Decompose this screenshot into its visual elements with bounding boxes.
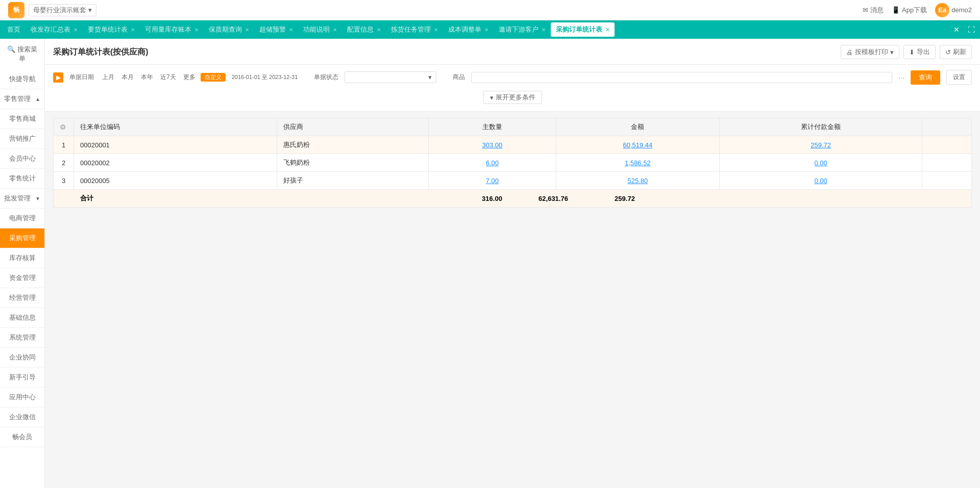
shortcut-last-month[interactable]: 上月	[100, 72, 116, 82]
sidebar-item-changhui[interactable]: 畅会员	[0, 427, 44, 447]
breadcrumb-selector[interactable]: 母婴行业演示账套 ▾	[29, 4, 96, 16]
tab-jianhuo-close-icon[interactable]: ✕	[434, 27, 438, 33]
page-header: 采购订单统计表(按供应商) 🖨 按模板打印 ▾ ⬇ 导出 ↺ 刷新	[45, 39, 980, 65]
tab-gongneng-close-icon[interactable]: ✕	[333, 27, 337, 33]
tab-chaochu[interactable]: 超储预警 ✕	[254, 22, 298, 37]
export-button[interactable]: ⬇ 导出	[903, 45, 936, 59]
tab-yaohuo[interactable]: 要货单统计表 ✕	[83, 22, 140, 37]
tab-yaoqing[interactable]: 邀请下游客户 ✕	[494, 22, 551, 37]
tab-caigou-close-icon[interactable]: ✕	[605, 27, 609, 33]
sidebar-search-label: 搜索菜单	[17, 45, 37, 62]
tab-chengben[interactable]: 成本调整单 ✕	[443, 22, 494, 37]
username-label: demo2	[951, 6, 972, 14]
message-button[interactable]: ✉ 消息	[863, 6, 884, 15]
logo-area: 畅	[8, 2, 24, 18]
tab-bar: 首页 收发存汇总表 ✕ 要货单统计表 ✕ 可用量库存账本 ✕ 保质期查询 ✕ 超…	[0, 20, 980, 39]
table-row[interactable]: 3 00020005 好孩子 7.00 525.80 0.00	[54, 172, 972, 190]
sidebar-item-jichu[interactable]: 基础信息	[0, 308, 44, 328]
sidebar-item-xinshou[interactable]: 新手引导	[0, 368, 44, 388]
sidebar-item-xinshou-label: 新手引导	[9, 373, 36, 382]
cell-supplier: 好孩子	[277, 172, 428, 190]
app-icon: 📱	[892, 6, 900, 14]
page-title: 采购订单统计表(按供应商)	[53, 47, 149, 58]
sidebar-item-lingshouguan[interactable]: 零售管理 ▲	[0, 89, 44, 109]
tab-caigou-active[interactable]: 采购订单统计表 ✕	[551, 22, 615, 37]
sidebar-item-lingshoutj[interactable]: 零售统计	[0, 169, 44, 189]
tab-peizhi[interactable]: 配置信息 ✕	[342, 22, 386, 37]
export-label: 导出	[917, 47, 930, 57]
tab-peizhi-close-icon[interactable]: ✕	[377, 27, 381, 33]
sidebar-quick-nav-label: 快捷导航	[9, 74, 36, 84]
tab-home[interactable]: 首页	[2, 22, 26, 37]
sidebar-item-changhui-label: 畅会员	[12, 432, 32, 442]
template-print-label: 按模板打印	[855, 47, 888, 57]
tab-chaochu-close-icon[interactable]: ✕	[289, 27, 293, 33]
tab-keyongliang[interactable]: 可用量库存账本 ✕	[140, 22, 204, 37]
expand-more-button[interactable]: ▾ 展开更多条件	[483, 91, 542, 104]
goods-more-icon[interactable]: ···	[898, 73, 904, 82]
tab-keyongliang-close-icon[interactable]: ✕	[194, 27, 199, 33]
sidebar-item-lingshoucheng-label: 零售商城	[9, 114, 36, 123]
print-icon: 🖨	[846, 48, 853, 56]
tab-jianhuo[interactable]: 拣货任务管理 ✕	[386, 22, 443, 37]
shortcut-more[interactable]: 更多	[181, 72, 198, 82]
refresh-button[interactable]: ↺ 刷新	[940, 45, 972, 59]
user-menu[interactable]: Ea demo2	[935, 3, 972, 17]
message-label: 消息	[870, 6, 884, 15]
sidebar-item-qiye[interactable]: 企业协同	[0, 348, 44, 368]
sidebar-item-xitong[interactable]: 系统管理	[0, 328, 44, 348]
sidebar-item-yingxiao[interactable]: 营销推广	[0, 129, 44, 149]
goods-filter-label: 商品	[453, 73, 465, 82]
query-button[interactable]: 查询	[911, 70, 940, 85]
shortcut-this-month[interactable]: 本月	[119, 72, 136, 82]
tab-shoufacun[interactable]: 收发存汇总表 ✕	[26, 22, 83, 37]
settings-button[interactable]: 设置	[946, 70, 972, 85]
shortcut-this-year[interactable]: 本年	[139, 72, 155, 82]
tab-baozhi[interactable]: 保质期查询 ✕	[204, 22, 254, 37]
custom-date-tag[interactable]: 自定义	[201, 73, 226, 82]
table-row[interactable]: 2 00020002 飞鹤奶粉 6.00 1,586.52 0.00	[54, 154, 972, 172]
tab-peizhi-label: 配置信息	[347, 25, 374, 34]
tab-yaoqing-close-icon[interactable]: ✕	[542, 27, 546, 33]
tab-restore-icon[interactable]: ⛶	[965, 24, 978, 35]
sidebar-item-weixin[interactable]: 企业微信	[0, 407, 44, 427]
sidebar-item-huiyuan-label: 会员中心	[9, 154, 36, 163]
sidebar-item-quick-nav[interactable]: 快捷导航	[0, 69, 44, 89]
tab-chengben-close-icon[interactable]: ✕	[484, 27, 488, 33]
tab-caigou-label: 采购订单统计表	[556, 25, 602, 34]
top-bar-left: 畅 母婴行业演示账套 ▾	[8, 2, 96, 18]
status-filter-label: 单据状态	[314, 73, 338, 82]
table-row[interactable]: 1 00020001 惠氏奶粉 303.00 60,519.44 259.72	[54, 136, 972, 154]
sidebar-item-yingyong[interactable]: 应用中心	[0, 388, 44, 407]
status-select[interactable]: ▾	[345, 71, 436, 83]
sidebar-item-jingying[interactable]: 经营管理	[0, 288, 44, 308]
content-area: 采购订单统计表(按供应商) 🖨 按模板打印 ▾ ⬇ 导出 ↺ 刷新	[45, 39, 980, 488]
tab-close-all-icon[interactable]: ✕	[950, 24, 963, 35]
sidebar-search[interactable]: 🔍 搜索菜单	[0, 39, 44, 69]
sidebar-item-pifaguan[interactable]: 批发管理 ▼	[0, 189, 44, 209]
goods-input[interactable]	[471, 72, 892, 83]
app-download-button[interactable]: 📱 App下载	[892, 6, 927, 15]
filter-toggle-button[interactable]: ▶	[53, 72, 63, 83]
template-print-button[interactable]: 🖨 按模板打印 ▾	[841, 45, 899, 59]
shortcut-7days[interactable]: 近7天	[158, 72, 178, 82]
sidebar-item-caigou-label: 采购管理	[9, 234, 36, 243]
sidebar-item-dianshang[interactable]: 电商管理	[0, 209, 44, 228]
tab-baozhi-close-icon[interactable]: ✕	[245, 27, 249, 33]
app-download-label: App下载	[902, 6, 927, 15]
tab-yaohuo-close-icon[interactable]: ✕	[131, 27, 135, 33]
column-settings-icon[interactable]: ⚙	[60, 123, 66, 131]
sidebar-item-huiyuan[interactable]: 会员中心	[0, 149, 44, 169]
date-filter-label: 单据日期	[69, 73, 94, 82]
status-chevron-icon: ▾	[428, 73, 432, 81]
sidebar-item-zijin[interactable]: 资金管理	[0, 268, 44, 288]
tab-shoufacun-close-icon[interactable]: ✕	[74, 27, 78, 33]
cell-extra	[922, 154, 972, 172]
footer-amount-value: 62,631.76	[538, 195, 568, 202]
sidebar-item-lingshoucheng[interactable]: 零售商城	[0, 109, 44, 129]
sidebar-item-caigou[interactable]: 采购管理	[0, 228, 44, 248]
tab-gongneng[interactable]: 功能说明 ✕	[298, 22, 342, 37]
table-footer-row: 合计 316.00 62,631.76 259.72	[53, 190, 972, 208]
breadcrumb-chevron-icon: ▾	[88, 6, 92, 14]
sidebar-item-kucun[interactable]: 库存核算	[0, 248, 44, 268]
